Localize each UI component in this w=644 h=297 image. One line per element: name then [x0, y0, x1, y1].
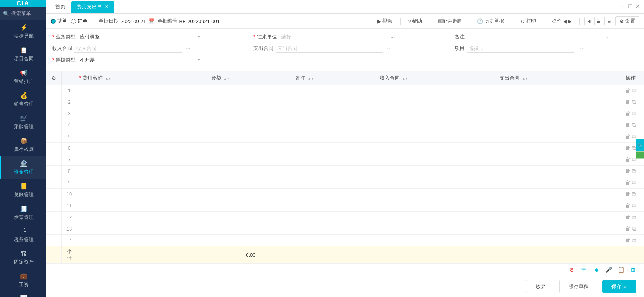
row-amount-cell[interactable] [209, 119, 293, 131]
sidebar-item-ledger[interactable]: 📒总账管理 [0, 179, 46, 201]
nav-prev-button[interactable]: ◀ [584, 17, 593, 25]
row-expense-name-cell[interactable] [77, 143, 209, 154]
sidebar-item-marketing[interactable]: 📢营销推广 [0, 65, 46, 88]
row-income-contract-cell[interactable] [377, 189, 497, 200]
row-delete-button[interactable]: 🗑 [625, 145, 631, 151]
row-expense-contract-cell[interactable] [497, 189, 617, 200]
note-more-icon[interactable]: ··· [604, 34, 611, 40]
row-delete-button[interactable]: 🗑 [625, 133, 631, 140]
row-income-contract-cell[interactable] [377, 108, 497, 119]
tab-home[interactable]: 首页 [50, 1, 71, 13]
row-copy-button[interactable]: ⧉ [632, 226, 636, 232]
red-bill-radio[interactable]: 红单 [71, 18, 88, 25]
row-expense-contract-cell[interactable] [497, 143, 617, 154]
row-expense-contract-cell[interactable] [497, 177, 617, 189]
row-copy-button[interactable]: ⧉ [632, 122, 636, 128]
row-note-cell[interactable] [293, 177, 377, 189]
partner-input[interactable] [279, 33, 387, 41]
row-expense-name-cell[interactable] [77, 177, 209, 189]
row-copy-button[interactable]: ⧉ [632, 168, 636, 174]
sort-income-icon[interactable]: ▲▼ [402, 77, 408, 80]
float-attachment-button[interactable]: 📎 [636, 139, 644, 151]
row-income-contract-cell[interactable] [377, 235, 497, 246]
row-expense-name-cell[interactable] [77, 154, 209, 166]
row-amount-cell[interactable] [209, 143, 293, 154]
row-expense-contract-cell[interactable] [497, 119, 617, 131]
row-delete-button[interactable]: 🗑 [625, 179, 631, 186]
row-copy-button[interactable]: ⧉ [632, 191, 636, 197]
col-expense-contract-header[interactable]: 支出合同 ▲▼ [497, 71, 617, 85]
income-contract-more-icon[interactable]: ··· [184, 45, 192, 51]
row-note-cell[interactable] [293, 131, 377, 143]
row-copy-button[interactable]: ⧉ [632, 99, 636, 105]
invoice-type-select[interactable]: 不开票 [78, 56, 197, 64]
row-expense-name-cell[interactable] [77, 235, 209, 246]
row-amount-cell[interactable] [209, 177, 293, 189]
business-type-select[interactable]: 应付调整 [78, 33, 197, 41]
sidebar-item-ops[interactable]: 📊经营管理 [0, 291, 46, 297]
row-expense-contract-cell[interactable] [497, 223, 617, 235]
row-copy-button[interactable]: ⧉ [632, 110, 636, 117]
row-amount-cell[interactable] [209, 166, 293, 177]
note-input[interactable] [467, 33, 601, 41]
row-note-cell[interactable] [293, 143, 377, 154]
row-copy-button[interactable]: ⧉ [632, 179, 636, 186]
expense-contract-input[interactable] [276, 44, 383, 53]
sidebar-item-tax[interactable]: 🏛税务管理 [0, 224, 46, 246]
row-income-contract-cell[interactable] [377, 200, 497, 212]
row-expense-contract-cell[interactable] [497, 85, 617, 96]
sort-expense-con-icon[interactable]: ▲▼ [522, 77, 528, 80]
save-draft-button[interactable]: 保存草稿 [559, 280, 598, 293]
row-expense-contract-cell[interactable] [497, 131, 617, 143]
row-delete-button[interactable]: 🗑 [625, 168, 631, 174]
sidebar-item-quick-nav[interactable]: ⚡快捷导航 [0, 20, 46, 43]
project-input[interactable] [467, 44, 574, 53]
row-expense-name-cell[interactable] [77, 119, 209, 131]
row-copy-button[interactable]: ⧉ [632, 202, 636, 209]
income-contract-input[interactable] [74, 44, 182, 53]
sort-amount-icon[interactable]: ▲▼ [223, 77, 230, 80]
row-delete-button[interactable]: 🗑 [625, 156, 631, 163]
row-amount-cell[interactable] [209, 223, 293, 235]
row-delete-button[interactable]: 🗑 [625, 202, 631, 209]
row-delete-button[interactable]: 🗑 [625, 191, 631, 197]
row-expense-contract-cell[interactable] [497, 96, 617, 108]
row-expense-name-cell[interactable] [77, 223, 209, 235]
history-button[interactable]: 🕐 历史单据 [474, 17, 507, 26]
sidebar-item-purchase[interactable]: 🛒采购管理 [0, 111, 46, 133]
row-income-contract-cell[interactable] [377, 131, 497, 143]
row-copy-button[interactable]: ⧉ [632, 214, 636, 221]
close-button[interactable]: ✕ [635, 3, 640, 11]
row-income-contract-cell[interactable] [377, 85, 497, 96]
maximize-button[interactable]: □ [628, 3, 632, 11]
row-note-cell[interactable] [293, 119, 377, 131]
row-note-cell[interactable] [293, 96, 377, 108]
row-delete-button[interactable]: 🗑 [625, 226, 631, 232]
row-expense-contract-cell[interactable] [497, 166, 617, 177]
row-copy-button[interactable]: ⧉ [632, 156, 636, 163]
row-amount-cell[interactable] [209, 96, 293, 108]
row-copy-button[interactable]: ⧉ [632, 237, 636, 244]
row-note-cell[interactable] [293, 154, 377, 166]
row-expense-name-cell[interactable] [77, 85, 209, 96]
row-expense-contract-cell[interactable] [497, 212, 617, 223]
blue-bill-radio[interactable]: 蓝单 [51, 18, 67, 25]
row-delete-button[interactable]: 🗑 [625, 122, 631, 128]
sidebar-item-fixed-assets[interactable]: 🏗固定资产 [0, 246, 46, 269]
ops-button[interactable]: 操作 ◀ ▶ [549, 17, 575, 26]
row-note-cell[interactable] [293, 189, 377, 200]
discard-button[interactable]: 放弃 [526, 280, 555, 293]
row-copy-button[interactable]: ⧉ [632, 133, 636, 140]
tab-close-button[interactable]: ✕ [104, 4, 109, 10]
tab-expense[interactable]: 费用支出单 ✕ [71, 1, 114, 13]
sort-expense-icon[interactable]: ▲▼ [105, 77, 111, 80]
col-gear-header[interactable]: ⚙ [46, 71, 61, 85]
row-amount-cell[interactable] [209, 189, 293, 200]
row-note-cell[interactable] [293, 223, 377, 235]
row-expense-name-cell[interactable] [77, 108, 209, 119]
row-expense-name-cell[interactable] [77, 189, 209, 200]
col-amount-header[interactable]: 金额 ▲▼ [209, 71, 293, 85]
float-expand-button[interactable]: 扩 [636, 151, 644, 158]
row-expense-name-cell[interactable] [77, 166, 209, 177]
row-note-cell[interactable] [293, 235, 377, 246]
